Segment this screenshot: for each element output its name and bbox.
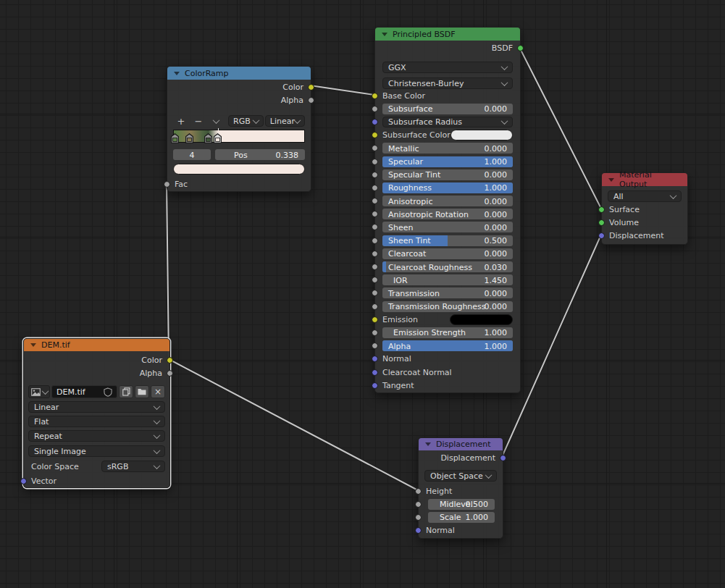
socket-displacement-output[interactable]	[500, 455, 506, 461]
stop-index-field[interactable]: 4	[173, 149, 211, 160]
color-mode-dropdown[interactable]: RGB	[228, 115, 264, 127]
socket-anisotropic[interactable]	[372, 198, 378, 204]
socket-normal[interactable]	[372, 356, 378, 362]
socket-displacement-input[interactable]	[598, 232, 605, 239]
collapse-icon[interactable]	[174, 72, 180, 75]
socket-vector-input[interactable]	[20, 478, 27, 484]
ramp-stop-3[interactable]	[204, 133, 212, 143]
collapse-icon[interactable]	[382, 33, 387, 36]
socket-transmission-roughness[interactable]	[372, 303, 378, 310]
socket-clearcoat-normal[interactable]	[372, 369, 378, 376]
fake-user-shield-icon[interactable]	[104, 387, 112, 397]
collapse-icon[interactable]	[608, 178, 614, 182]
subsurface-method-dropdown[interactable]: Christensen-Burley	[382, 77, 513, 89]
transmission-roughness-slider[interactable]: Transmission Roughness 0.000	[382, 301, 513, 312]
socket-volume-input[interactable]	[598, 219, 605, 226]
emission-strength-field[interactable]: Emission Strength 1.000	[382, 327, 513, 338]
socket-sheen[interactable]	[372, 224, 378, 230]
socket-metallic[interactable]	[372, 145, 378, 151]
color-ramp-gradient[interactable]	[173, 130, 305, 148]
metallic-slider[interactable]: Metallic 0.000	[382, 143, 513, 154]
socket-subsurface[interactable]	[372, 106, 378, 112]
image-texture-header[interactable]: DEM.tif	[24, 339, 169, 351]
ramp-stop-4-active[interactable]	[214, 133, 222, 143]
ramp-options-button[interactable]	[208, 115, 224, 127]
colorramp-header[interactable]: ColorRamp	[167, 67, 311, 80]
socket-normal-input[interactable]	[415, 527, 422, 534]
roughness-slider[interactable]: Roughness 1.000	[382, 182, 513, 193]
node-editor-canvas[interactable]: ColorRamp Color Alpha + − RGB Linear	[0, 0, 725, 588]
socket-alpha[interactable]	[372, 343, 378, 349]
active-stop-color-swatch[interactable]	[173, 164, 305, 175]
emission-color-swatch[interactable]	[450, 314, 513, 325]
node-colorramp[interactable]: ColorRamp Color Alpha + − RGB Linear	[167, 66, 311, 192]
subsurface-slider[interactable]: Subsurface 0.000	[382, 104, 513, 114]
socket-transmission[interactable]	[372, 290, 378, 296]
node-material-output[interactable]: Material Output All Surface Volume Displ…	[601, 172, 688, 245]
interpolation-dropdown[interactable]: Linear	[28, 401, 165, 413]
unlink-image-button[interactable]: ×	[151, 385, 165, 398]
node-principled-bsdf[interactable]: Principled BSDF BSDF GGX Christensen-Bur…	[374, 27, 521, 393]
socket-alpha-output[interactable]	[167, 370, 173, 377]
ior-field[interactable]: IOR 1.450	[382, 274, 513, 285]
socket-tangent[interactable]	[372, 382, 378, 389]
ramp-stop-1[interactable]	[171, 133, 179, 143]
anisotropic-slider[interactable]: Anisotropic 0.000	[382, 196, 513, 206]
interpolation-dropdown[interactable]: Linear	[265, 115, 305, 127]
socket-alpha-output[interactable]	[308, 97, 314, 104]
socket-specular-tint[interactable]	[372, 172, 378, 178]
anisotropic-rotation-slider[interactable]: Anisotropic Rotation 0.000	[382, 209, 513, 219]
sheen-tint-slider[interactable]: Sheen Tint 0.500	[382, 235, 513, 246]
open-image-button[interactable]	[135, 385, 149, 398]
ramp-stop-2[interactable]	[185, 133, 193, 143]
sheen-slider[interactable]: Sheen 0.000	[382, 222, 513, 232]
transmission-slider[interactable]: Transmission 0.000	[382, 287, 513, 298]
collapse-icon[interactable]	[425, 442, 431, 446]
material-output-header[interactable]: Material Output	[602, 173, 687, 186]
clearcoat-slider[interactable]: Clearcoat 0.000	[382, 248, 513, 259]
duplicate-image-button[interactable]	[119, 385, 133, 398]
socket-anisotropic-rotation[interactable]	[372, 211, 378, 217]
socket-bsdf-output[interactable]	[517, 45, 524, 51]
socket-color-output[interactable]	[308, 84, 314, 91]
subsurface-color-swatch[interactable]	[450, 130, 513, 140]
target-dropdown[interactable]: All	[608, 190, 682, 202]
node-displacement[interactable]: Displacement Displacement Object Space H…	[418, 437, 503, 539]
socket-midlevel-input[interactable]	[415, 501, 422, 508]
socket-scale-input[interactable]	[415, 514, 422, 521]
image-browse-button[interactable]	[28, 385, 50, 398]
socket-sheen-tint[interactable]	[372, 238, 378, 244]
space-dropdown[interactable]: Object Space	[424, 470, 497, 482]
principled-header[interactable]: Principled BSDF	[375, 28, 520, 41]
specular-slider[interactable]: Specular 1.000	[382, 156, 513, 167]
socket-roughness[interactable]	[372, 185, 378, 191]
socket-color-output[interactable]	[167, 357, 173, 364]
source-dropdown[interactable]: Single Image	[28, 445, 165, 457]
socket-subsurface-radius[interactable]	[372, 119, 378, 125]
projection-dropdown[interactable]: Flat	[28, 416, 165, 427]
stop-position-field[interactable]: Pos 0.338	[215, 149, 305, 160]
distribution-dropdown[interactable]: GGX	[382, 62, 513, 73]
socket-clearcoat[interactable]	[372, 251, 378, 257]
remove-stop-button[interactable]: −	[190, 115, 206, 127]
socket-surface-input[interactable]	[598, 206, 605, 213]
collapse-icon[interactable]	[30, 343, 36, 347]
node-image-texture[interactable]: DEM.tif Color Alpha DEM.tif	[23, 338, 170, 488]
clearcoat-roughness-slider[interactable]: Clearcoat Roughness 0.030	[382, 261, 513, 272]
image-name-field[interactable]: DEM.tif	[51, 385, 117, 398]
socket-base-color[interactable]	[372, 93, 378, 99]
socket-emission[interactable]	[372, 316, 378, 323]
socket-specular[interactable]	[372, 159, 378, 165]
socket-clearcoat-roughness[interactable]	[372, 264, 378, 270]
socket-fac-input[interactable]	[164, 181, 170, 188]
extension-dropdown[interactable]: Repeat	[28, 430, 165, 442]
midlevel-field[interactable]: Midlevel 0.500	[428, 499, 495, 510]
displacement-header[interactable]: Displacement	[419, 438, 503, 450]
subsurface-radius-dropdown[interactable]: Subsurface Radius	[382, 117, 513, 127]
specular-tint-slider[interactable]: Specular Tint 0.000	[382, 169, 513, 180]
socket-height-input[interactable]	[415, 488, 422, 495]
add-stop-button[interactable]: +	[173, 115, 189, 127]
socket-subsurface-color[interactable]	[372, 132, 378, 138]
scale-field[interactable]: Scale 1.000	[428, 512, 495, 523]
socket-emission-strength[interactable]	[372, 329, 378, 336]
